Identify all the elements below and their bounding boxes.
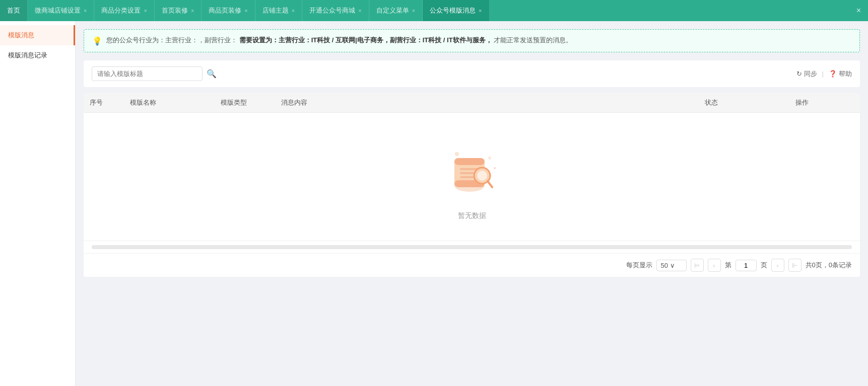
nav-tab-home-label: 首页 (7, 6, 20, 15)
nav-tab-theme-label: 店铺主题 (262, 6, 289, 15)
sidebar: 模版消息 模版消息记录 (0, 21, 76, 386)
nav-tab-theme-close[interactable]: × (292, 8, 295, 14)
nav-tab-category[interactable]: 商品分类设置 × (94, 0, 154, 21)
nav-tab-product-decor-close[interactable]: × (244, 8, 247, 14)
col-header-name: 模版名称 (124, 93, 215, 112)
help-button[interactable]: ❓ 帮助 (829, 69, 852, 79)
content-area: 💡 您的公众号行业为：主营行业：，副营行业： 需要设置为：主营行业：IT科技 /… (76, 21, 868, 386)
notice-text: 您的公众号行业为：主营行业：，副营行业： 需要设置为：主营行业：IT科技 / 互… (106, 36, 572, 45)
divider: | (822, 70, 824, 78)
nav-tab-mall-close[interactable]: × (358, 8, 361, 14)
help-label: 帮助 (839, 69, 852, 79)
sync-button[interactable]: ↻ 同步 (796, 69, 817, 79)
nav-tab-homepage-close[interactable]: × (191, 8, 194, 14)
notice-text-highlight: 需要设置为：主营行业：IT科技 / 互联网|电子商务，副营行业：IT科技 / I… (239, 36, 492, 44)
next-page-button[interactable]: › (771, 259, 784, 272)
sidebar-item-template-msg-record[interactable]: 模版消息记录 (0, 45, 75, 65)
page-number-input[interactable] (736, 260, 757, 271)
sidebar-item-template-msg-label: 模版消息 (8, 31, 34, 39)
svg-point-12 (494, 167, 496, 169)
nav-close-all-button[interactable]: × (849, 6, 868, 15)
svg-point-10 (455, 152, 459, 156)
search-right: ↻ 同步 | ❓ 帮助 (796, 69, 852, 79)
nav-tab-weishangcheng-label: 微商城店铺设置 (35, 6, 81, 15)
help-icon: ❓ (829, 70, 837, 78)
nav-tab-mall[interactable]: 开通公众号商城 × (302, 0, 369, 21)
sidebar-item-template-msg-record-label: 模版消息记录 (8, 51, 47, 59)
col-header-content: 消息内容 (275, 93, 699, 112)
bulb-icon: 💡 (92, 36, 102, 46)
svg-rect-5 (460, 172, 474, 174)
chevron-down-icon: ∨ (670, 262, 675, 269)
total-text: 共0页，0条记录 (806, 261, 852, 270)
col-header-action: 操作 (789, 93, 860, 112)
col-header-status: 状态 (699, 93, 789, 112)
empty-text: 暂无数据 (458, 211, 486, 220)
svg-point-11 (488, 157, 491, 160)
nav-tab-template-msg[interactable]: 公众号模版消息 × (423, 0, 489, 21)
svg-rect-4 (460, 168, 478, 170)
per-page-value: 50 (661, 262, 668, 269)
col-header-index: 序号 (84, 93, 124, 112)
nav-tab-category-close[interactable]: × (144, 8, 147, 14)
empty-icon (442, 143, 502, 203)
first-page-button[interactable]: ⊨ (691, 259, 704, 272)
top-nav: 首页 微商城店铺设置 × 商品分类设置 × 首页装修 × 商品页装修 × 店铺主… (0, 0, 868, 21)
nav-tab-homepage-label: 首页装修 (162, 6, 188, 15)
nav-tab-weishangcheng-close[interactable]: × (84, 8, 87, 14)
notice-text-suffix: 才能正常发送预置的消息。 (494, 36, 572, 44)
notice-text-prefix: 您的公众号行业为：主营行业：，副营行业： (106, 36, 237, 44)
table-wrap: 序号 模版名称 模版类型 消息内容 状态 操作 (84, 93, 860, 277)
nav-tab-product-decor-label: 商品页装修 (209, 6, 241, 15)
svg-rect-2 (454, 158, 485, 165)
nav-tab-menu-close[interactable]: × (412, 8, 415, 14)
sync-icon: ↻ (796, 70, 802, 78)
per-page-label: 每页显示 (626, 261, 652, 270)
sync-label: 同步 (804, 69, 817, 79)
search-input[interactable] (92, 66, 203, 81)
per-page-select[interactable]: 50 ∨ (656, 260, 687, 271)
page-label-suffix: 页 (761, 261, 767, 270)
fake-scrollbar[interactable] (92, 245, 852, 249)
page-label-prefix: 第 (725, 261, 731, 270)
nav-tab-home[interactable]: 首页 (0, 0, 28, 21)
sidebar-item-template-msg[interactable]: 模版消息 (0, 25, 75, 45)
empty-state: 暂无数据 (84, 113, 860, 241)
scroll-bar-area (84, 241, 860, 253)
last-page-button[interactable]: ⊩ (788, 259, 802, 272)
svg-point-8 (477, 171, 487, 181)
nav-tab-theme[interactable]: 店铺主题 × (255, 0, 302, 21)
nav-tab-template-msg-label: 公众号模版消息 (430, 6, 476, 15)
nav-tab-category-label: 商品分类设置 (101, 6, 141, 15)
nav-tab-homepage[interactable]: 首页装修 × (155, 0, 202, 21)
nav-tab-mall-label: 开通公众号商城 (309, 6, 355, 15)
pagination: 每页显示 50 ∨ ⊨ ‹ 第 页 › ⊩ 共0页，0条记录 (84, 253, 860, 277)
table-header: 序号 模版名称 模版类型 消息内容 状态 操作 (84, 93, 860, 113)
prev-page-button[interactable]: ‹ (708, 259, 721, 272)
nav-tab-template-msg-close[interactable]: × (479, 8, 482, 14)
search-bar: 🔍 ↻ 同步 | ❓ 帮助 (84, 60, 860, 87)
notice-banner: 💡 您的公众号行业为：主营行业：，副营行业： 需要设置为：主营行业：IT科技 /… (84, 29, 860, 52)
main-layout: 模版消息 模版消息记录 💡 您的公众号行业为：主营行业：，副营行业： 需要设置为… (0, 21, 868, 386)
nav-tab-product-decor[interactable]: 商品页装修 × (202, 0, 255, 21)
nav-tab-weishangcheng[interactable]: 微商城店铺设置 × (28, 0, 94, 21)
col-header-type: 模版类型 (215, 93, 275, 112)
search-button[interactable]: 🔍 (207, 69, 217, 79)
search-left: 🔍 (92, 66, 217, 81)
nav-tab-menu-label: 自定义菜单 (376, 6, 409, 15)
svg-line-9 (488, 181, 492, 187)
nav-tab-menu[interactable]: 自定义菜单 × (369, 0, 423, 21)
